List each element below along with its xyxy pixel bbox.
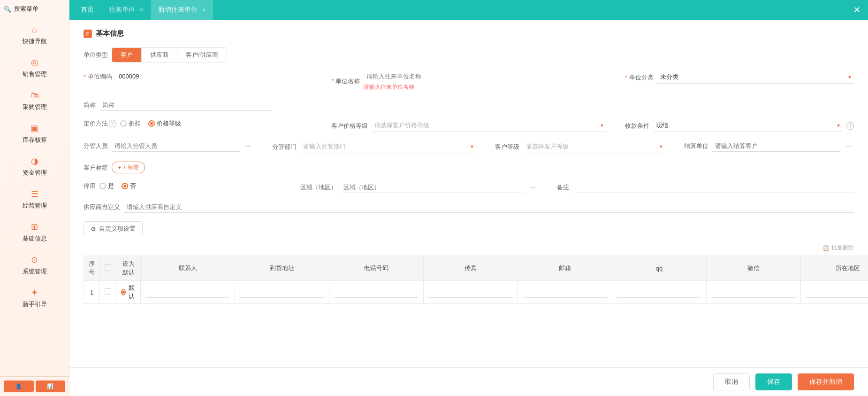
content-area: F 基本信息 单位类型 客户 供应商 客户/供应商 * 单位编码	[69, 20, 868, 367]
region-label: 区域（地区）	[300, 183, 337, 192]
sidebar-bottom-btn2[interactable]: 📊	[36, 380, 66, 392]
td-email	[518, 281, 612, 304]
th-qq: qq	[612, 256, 707, 281]
guide-icon: ✦	[29, 287, 40, 298]
manager-input[interactable]	[112, 140, 240, 152]
td-area	[801, 281, 868, 304]
custom-setting-button[interactable]: ⚙ 自定义项设置	[84, 221, 143, 236]
region-input[interactable]	[341, 182, 524, 193]
unit-type-customer[interactable]: 客户	[112, 48, 141, 62]
unit-code-input[interactable]	[116, 71, 312, 82]
select-all-checkbox[interactable]	[105, 264, 111, 271]
supplier-custom-label: 供应商自定义	[84, 203, 120, 211]
settlement-more-btn[interactable]: ···	[844, 142, 854, 150]
region-more-btn[interactable]: ···	[528, 183, 538, 192]
unit-category-select[interactable]: 未分类 ▾	[657, 71, 854, 84]
td-contact	[141, 281, 235, 304]
pricing-help-icon[interactable]: ?	[109, 120, 116, 127]
batch-delete-label[interactable]: 批量删除	[831, 244, 854, 252]
wechat-input[interactable]	[711, 287, 796, 298]
section-icon: F	[84, 30, 92, 38]
add-tag-button[interactable]: + + 标签	[112, 162, 145, 173]
unit-type-row: 单位类型 客户 供应商 客户/供应商	[84, 47, 854, 62]
sidebar-item-operation[interactable]: ☰ 经营管理	[0, 183, 69, 216]
default-radio-item[interactable]: 默认	[121, 284, 136, 301]
radio-level-circle	[148, 120, 155, 127]
sidebar-item-finance[interactable]: ◑ 资金管理	[0, 150, 69, 183]
phone-input[interactable]	[334, 287, 419, 298]
pricing-discount-radio[interactable]: 折扣	[120, 119, 141, 128]
chevron-down-icon5: ▾	[660, 143, 662, 150]
sidebar-item-quick-nav[interactable]: ⌂ 快捷导航	[0, 18, 69, 51]
sidebar-item-system[interactable]: ⊙ 系统管理	[0, 248, 69, 281]
th-contact: 联系人	[141, 256, 235, 281]
customer-level-select[interactable]: 请选择客户等级 ▾	[523, 140, 665, 153]
email-input[interactable]	[523, 287, 607, 298]
disabled-yes-radio[interactable]: 是	[99, 182, 114, 190]
unit-type-field: 单位类型 客户 供应商 客户/供应商	[84, 47, 854, 62]
row-checkbox[interactable]	[105, 288, 111, 295]
pricing-row: 定价方法 ? 折扣 价格等级 客户价格等级 请选择客户价	[84, 119, 854, 132]
default-radio-label: 默认	[128, 284, 136, 301]
pricing-level-radio[interactable]: 价格等级	[148, 119, 181, 128]
disabled-label: 停用	[84, 182, 96, 190]
td-address	[235, 281, 329, 304]
tab-new-partner-close[interactable]: ×	[202, 7, 206, 13]
customer-price-level-field: 客户价格等级 请选择客户价格等级 ▾	[331, 119, 606, 132]
unit-type-both[interactable]: 客户/供应商	[177, 48, 227, 62]
tabbar-close-btn[interactable]: ✕	[850, 5, 864, 15]
unit-category-label: * 单位分类	[625, 73, 654, 82]
address-input[interactable]	[240, 287, 324, 298]
sidebar-item-inventory[interactable]: ▣ 库存核算	[0, 117, 69, 150]
sidebar-bottom-btn1[interactable]: 👤	[4, 380, 34, 392]
tab-partner[interactable]: 往来单位 ×	[101, 0, 151, 20]
table-header-row: 序号 设为默认 联系人 到货地址 电话号码 传真 邮箱 qq 微信 所在地区 操…	[84, 256, 868, 281]
th-checkbox	[100, 256, 116, 281]
td-seq: 1	[84, 281, 100, 304]
payment-help-icon[interactable]: ?	[846, 122, 854, 130]
qq-input[interactable]	[617, 287, 701, 298]
unit-code-label: * 单位编码	[84, 72, 112, 81]
supplier-custom-input[interactable]	[124, 202, 854, 213]
disabled-no-radio[interactable]: 否	[122, 182, 136, 190]
sidebar-item-sales[interactable]: ◎ 销售管理	[0, 51, 69, 84]
table-row: 1 默认	[84, 281, 868, 304]
default-radio-circle	[121, 289, 126, 295]
unit-name-input[interactable]	[364, 71, 606, 82]
contact-input[interactable]	[145, 287, 230, 298]
td-checkbox	[100, 281, 116, 304]
customer-level-field: 客户等级 请选择客户等级 ▾	[495, 140, 665, 153]
tab-partner-close[interactable]: ×	[140, 7, 143, 13]
sidebar-item-label: 销售管理	[23, 70, 47, 78]
gear-icon: ⚙	[91, 225, 96, 233]
unit-type-supplier[interactable]: 供应商	[141, 48, 177, 62]
area-input[interactable]	[806, 287, 868, 298]
purchase-icon: 🛍	[29, 90, 40, 101]
save-button[interactable]: 保存	[755, 373, 792, 390]
tab-home[interactable]: 首页	[73, 0, 101, 20]
td-phone	[329, 281, 424, 304]
settlement-unit-input[interactable]	[712, 140, 840, 152]
cancel-button[interactable]: 取消	[713, 373, 750, 390]
customer-price-level-label: 客户价格等级	[331, 122, 368, 130]
department-field: 分管部门 请输入分管部门 ▾	[272, 140, 476, 153]
save-new-button[interactable]: 保存并新增	[798, 373, 854, 390]
batch-delete-area: 📋 批量删除	[84, 244, 854, 252]
sidebar-search[interactable]: 🔍 搜索菜单	[0, 0, 69, 18]
unit-name-wrapper: 请输入往来单位名称	[364, 71, 606, 91]
short-name-input[interactable]	[99, 100, 271, 111]
th-seq: 序号	[84, 256, 100, 281]
department-select[interactable]: 请输入分管部门 ▾	[300, 140, 476, 153]
plus-icon: +	[118, 164, 121, 171]
tab-partner-label: 往来单位	[109, 6, 135, 14]
tab-new-partner[interactable]: 新增往来单位 ×	[151, 0, 213, 20]
customer-price-level-select[interactable]: 请选择客户价格等级 ▾	[372, 119, 606, 132]
sidebar-item-basic[interactable]: ⊞ 基础信息	[0, 216, 69, 248]
manager-more-btn[interactable]: ···	[244, 142, 253, 150]
remark-input[interactable]	[573, 182, 854, 193]
payment-terms-select[interactable]: 现结 ▾	[653, 119, 843, 132]
fax-input[interactable]	[428, 287, 513, 298]
sidebar-item-guide[interactable]: ✦ 新手引导	[0, 281, 69, 314]
manager-label: 分管人员	[84, 142, 108, 150]
sidebar-item-purchase[interactable]: 🛍 采购管理	[0, 84, 69, 117]
